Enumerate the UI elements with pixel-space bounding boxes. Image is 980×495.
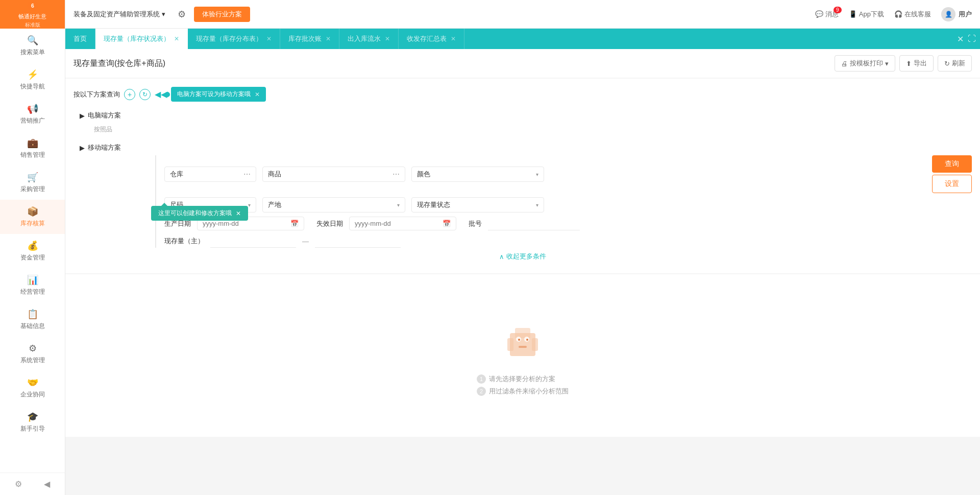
tab-bar-expand-icon[interactable]: ⛶ xyxy=(968,34,976,43)
tip-text-1: 请先选择要分析的方案 xyxy=(489,374,555,384)
desktop-scheme-item[interactable]: ▶ 电脑端方案 xyxy=(74,108,155,123)
sidebar-item-search[interactable]: 🔍 搜索菜单 xyxy=(0,29,65,63)
sidebar-item-enterprise[interactable]: 🤝 企业协同 xyxy=(0,371,65,405)
stock-main-to-input[interactable] xyxy=(315,234,401,248)
marketing-nav-icon: 📢 xyxy=(27,103,38,114)
tip-num-2: 2 xyxy=(477,387,486,396)
filter-add-scheme-btn[interactable]: + xyxy=(124,89,135,100)
tab-batch-label: 库存批次账 xyxy=(288,34,322,43)
content-area: 现存量查询(按仓库+商品) 🖨 按模板打印 ▾ ⬆ 导出 ↻ 刷新 xyxy=(65,49,980,495)
system-selector[interactable]: 装备及固定资产辅助管理系统 ▾ xyxy=(74,10,165,19)
warehouse-select[interactable]: 仓库 ⋯ xyxy=(164,167,256,182)
desktop-scheme: ▶ 电脑端方案 按照品 xyxy=(74,108,155,136)
svg-point-9 xyxy=(526,339,528,341)
avatar-icon: 👤 xyxy=(945,11,952,18)
goods-select[interactable]: 商品 ⋯ xyxy=(262,167,405,182)
page-header: 现存量查询(按仓库+商品) 🖨 按模板打印 ▾ ⬆ 导出 ↻ 刷新 xyxy=(65,49,980,78)
tab-summary[interactable]: 收发存汇总表 ✕ xyxy=(399,29,464,49)
sidebar-item-system[interactable]: ⚙ 系统管理 xyxy=(0,337,65,371)
production-date-calendar-icon[interactable]: 📅 xyxy=(290,220,299,227)
desktop-sub-item[interactable]: 按照品 xyxy=(74,123,155,136)
message-badge: 9 xyxy=(834,7,842,13)
tab-flow[interactable]: 出入库流水 ✕ xyxy=(339,29,399,49)
online-service-btn[interactable]: 🎧 在线客服 xyxy=(894,10,931,19)
edit-tooltip: 这里可以创建和修改方案哦 ✕ xyxy=(151,206,248,221)
sidebar-item-stock[interactable]: 📦 库存核算 xyxy=(0,200,65,234)
tab-stock-status-close[interactable]: ✕ xyxy=(174,35,179,42)
sidebar-settings-btn[interactable]: ⚙ xyxy=(15,479,22,489)
sidebar-item-marketing[interactable]: 📢 营销推广 xyxy=(0,97,65,131)
mobile-scheme-item[interactable]: ▶ 移动端方案 xyxy=(74,140,972,155)
print-btn[interactable]: 🖨 按模板打印 ▾ xyxy=(835,55,895,72)
sidebar-item-sales[interactable]: 💼 销售管理 xyxy=(0,131,65,166)
main-area: 装备及固定资产辅助管理系统 ▾ ⚙ 体验行业方案 💬 消息 9 📱 App下载 … xyxy=(65,0,980,495)
user-area[interactable]: 👤 用户 xyxy=(941,7,972,21)
origin-arrow-icon: ▾ xyxy=(397,202,400,208)
system-title: 装备及固定资产辅助管理系统 xyxy=(74,10,160,19)
collapse-label: 收起更多条件 xyxy=(506,252,546,261)
refresh-label: 刷新 xyxy=(952,59,965,68)
color-select[interactable]: 颜色 ▾ xyxy=(411,167,544,182)
export-btn[interactable]: ⬆ 导出 xyxy=(899,55,934,72)
query-button[interactable]: 查询 xyxy=(932,155,972,173)
expiry-date-calendar-icon[interactable]: 📅 xyxy=(443,220,451,227)
experience-button[interactable]: 体验行业方案 xyxy=(194,7,250,22)
scheme-tooltip-close[interactable]: ✕ xyxy=(255,91,260,98)
sidebar-item-label-enterprise: 企业协同 xyxy=(20,390,45,399)
quick-nav-icon: ⚡ xyxy=(27,69,38,80)
message-btn[interactable]: 💬 消息 9 xyxy=(815,10,839,19)
tab-flow-label: 出入库流水 xyxy=(348,34,381,43)
tab-stock-status[interactable]: 现存量（库存状况表） ✕ xyxy=(95,29,188,49)
tab-summary-close[interactable]: ✕ xyxy=(451,35,456,42)
svg-rect-10 xyxy=(519,346,527,348)
stock-main-label: 现存量（主） xyxy=(164,237,204,246)
empty-tips: 1 请先选择要分析的方案 2 用过滤条件来缩小分析范围 xyxy=(477,374,569,396)
user-label: 用户 xyxy=(959,10,972,19)
page-actions: 🖨 按模板打印 ▾ ⬆ 导出 ↻ 刷新 xyxy=(835,55,972,72)
expiry-date-field[interactable] xyxy=(355,220,440,227)
scheme-tooltip-text: 电脑方案可设为移动方案哦 xyxy=(177,90,251,99)
search-nav-icon: 🔍 xyxy=(27,35,38,46)
tab-stock-dist-close[interactable]: ✕ xyxy=(266,35,272,42)
app-download-btn[interactable]: 📱 App下载 xyxy=(849,10,884,19)
stock-main-from-input[interactable] xyxy=(210,234,296,248)
sidebar-item-guide[interactable]: 🎓 新手引导 xyxy=(0,405,65,439)
tab-batch[interactable]: 库存批次账 ✕ xyxy=(280,29,339,49)
sidebar-item-purchase[interactable]: 🛒 采购管理 xyxy=(0,166,65,200)
stock-status-select[interactable]: 现存量状态 ▾ xyxy=(411,197,544,213)
mobile-scheme-arrow: ▶ xyxy=(80,144,85,152)
expiry-date-input[interactable]: 📅 xyxy=(349,217,456,230)
filter-area: 按以下方案查询 + ↻ ◀◀ 电脑方案可设为移动方案哦 ✕ xyxy=(65,79,980,273)
refresh-btn[interactable]: ↻ 刷新 xyxy=(938,55,972,72)
empty-tip-1: 1 请先选择要分析的方案 xyxy=(477,374,569,384)
sidebar-collapse-btn[interactable]: ◀ xyxy=(44,479,50,489)
filter-refresh-scheme-btn[interactable]: ↻ xyxy=(139,89,151,100)
sidebar-item-finance[interactable]: 💰 资金管理 xyxy=(0,234,65,268)
empty-state-container: 1 请先选择要分析的方案 2 用过滤条件来缩小分析范围 xyxy=(65,274,980,437)
origin-select[interactable]: 产地 ▾ xyxy=(262,197,405,213)
header-settings-icon[interactable]: ⚙ xyxy=(178,9,186,20)
basic-nav-icon: 📋 xyxy=(27,309,38,320)
sales-nav-icon: 💼 xyxy=(27,137,38,149)
sidebar-item-label-marketing: 营销推广 xyxy=(20,116,45,125)
edit-tooltip-close[interactable]: ✕ xyxy=(236,210,241,217)
sidebar-item-label-finance: 资金管理 xyxy=(20,253,45,262)
tab-batch-close[interactable]: ✕ xyxy=(326,35,331,42)
sidebar-item-basic[interactable]: 📋 基础信息 xyxy=(0,302,65,337)
filter-header: 按以下方案查询 + ↻ ◀◀ 电脑方案可设为移动方案哦 ✕ xyxy=(74,87,972,102)
stock-status-arrow-icon: ▾ xyxy=(536,202,538,208)
tab-flow-close[interactable]: ✕ xyxy=(385,35,390,42)
tab-home[interactable]: 首页 xyxy=(65,29,95,49)
tab-stock-dist[interactable]: 现存量（库存分布表） ✕ xyxy=(188,29,280,49)
sidebar-item-management[interactable]: 📊 经营管理 xyxy=(0,268,65,302)
tab-bar-close-icon[interactable]: ✕ xyxy=(957,34,964,44)
production-date-field[interactable] xyxy=(203,220,288,227)
sidebar-item-quick[interactable]: ⚡ 快捷导航 xyxy=(0,63,65,97)
sidebar-item-label-purchase: 采购管理 xyxy=(20,185,45,194)
print-label: 按模板打印 xyxy=(850,59,883,68)
collapse-btn[interactable]: ∧ 收起更多条件 xyxy=(74,248,972,265)
filter-row-4: 现存量（主） — xyxy=(164,234,972,248)
app-version: 标准版 xyxy=(25,21,40,29)
batch-input[interactable] xyxy=(488,217,580,230)
set-button[interactable]: 设置 xyxy=(932,175,972,193)
